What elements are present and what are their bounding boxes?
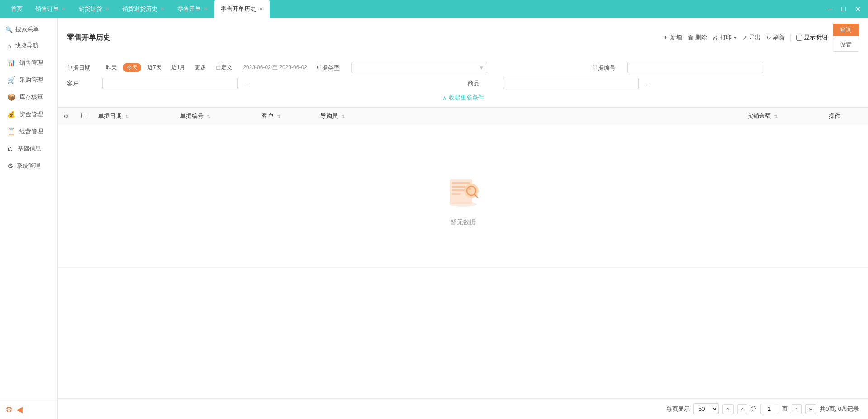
prev-page-btn[interactable]: ‹ [737, 404, 747, 414]
tab-return[interactable]: 销货退货 ✕ [72, 0, 116, 18]
collapse-sidebar-icon[interactable]: ◀ [16, 405, 23, 414]
page-size-select[interactable]: 50 100 200 [693, 403, 719, 414]
customer-input[interactable] [102, 78, 238, 89]
inventory-icon: 📦 [7, 93, 16, 101]
close-tab-return[interactable]: ✕ [105, 6, 109, 12]
page-number-input[interactable] [760, 404, 778, 414]
th-amount[interactable]: 实销金额 ⇅ [742, 108, 824, 125]
th-date[interactable]: 单据日期 ⇅ [93, 108, 175, 125]
home-icon: ⌂ [7, 42, 11, 50]
th-amount-label: 实销金额 [747, 113, 771, 119]
display-detail-input[interactable] [796, 35, 802, 41]
add-button[interactable]: ＋ 新增 [663, 33, 682, 42]
date-7days[interactable]: 近7天 [144, 63, 165, 72]
business-icon: 📋 [7, 127, 16, 136]
sidebar-search[interactable]: 🔍 搜索采单 [0, 22, 57, 37]
collapse-row[interactable]: ∧ 收起更多条件 [67, 94, 859, 102]
close-tab-sales-order[interactable]: ✕ [62, 6, 66, 12]
delete-button[interactable]: 🗑 删除 [688, 33, 707, 42]
page-label: 页 [782, 405, 788, 413]
last-page-btn[interactable]: » [805, 404, 816, 414]
page-label-pre: 第 [751, 405, 757, 413]
product-ellipsis[interactable]: ... [646, 80, 651, 87]
sort-customer-icon: ⇅ [277, 114, 280, 119]
close-btn[interactable]: ✕ [852, 5, 863, 14]
close-tab-return-history[interactable]: ✕ [160, 6, 165, 12]
number-label: 单据编号 [592, 64, 624, 72]
filter-col-product: 商品 ... [468, 78, 859, 89]
tab-return-history[interactable]: 销货退货历史 ✕ [116, 0, 171, 18]
sidebar-item-basic-info[interactable]: 🗂 基础信息 [0, 140, 57, 157]
sidebar-item-quick-nav[interactable]: ⌂ 快捷导航 [0, 37, 57, 54]
refresh-button[interactable]: ↻ 刷新 [766, 33, 785, 42]
th-salesperson-label: 导购员 [320, 113, 338, 119]
collapse-label: 收起更多条件 [449, 94, 484, 102]
tab-home[interactable]: 首页 [5, 0, 29, 18]
display-detail-checkbox[interactable]: 显示明细 [796, 33, 827, 42]
empty-illustration [441, 166, 486, 211]
refresh-icon: ↻ [766, 34, 771, 41]
product-input[interactable] [503, 78, 639, 89]
print-button[interactable]: 🖨 打印 ▾ [712, 33, 737, 42]
customer-ellipsis[interactable]: ... [245, 80, 250, 87]
sidebar-item-business[interactable]: 📋 经营管理 [0, 123, 57, 140]
th-action: 操作 [823, 108, 868, 125]
svg-rect-5 [452, 193, 461, 195]
query-button[interactable]: 查询 [833, 24, 859, 36]
tab-retail-open[interactable]: 零售开单 ✕ [171, 0, 214, 18]
th-customer[interactable]: 客户 ⇅ [256, 108, 314, 125]
sidebar-item-system[interactable]: ⚙ 系统管理 [0, 157, 57, 174]
sidebar-item-label: 系统管理 [17, 162, 40, 170]
date-today[interactable]: 今天 [123, 63, 141, 72]
basic-info-icon: 🗂 [7, 145, 14, 153]
sidebar-item-inventory[interactable]: 📦 库存核算 [0, 89, 57, 106]
first-page-btn[interactable]: « [722, 404, 734, 414]
filter-col-date: 单据日期 昨天 今天 近7天 近1月 更多 自定义 2023-06-02 至 2… [67, 63, 307, 72]
sidebar-item-purchase[interactable]: 🛒 采购管理 [0, 71, 57, 89]
sidebar-item-label: 快捷导航 [15, 42, 38, 50]
main-layout: 🔍 搜索采单 ⌂ 快捷导航 📊 销售管理 🛒 采购管理 📦 库存核算 💰 资金管… [0, 18, 868, 419]
per-page-label: 每页显示 [666, 405, 690, 413]
settings-bottom-icon[interactable]: ⚙ [5, 405, 13, 414]
close-tab-retail-history[interactable]: ✕ [259, 6, 263, 12]
number-input[interactable] [627, 62, 763, 73]
date-btn-group: 昨天 今天 近7天 近1月 更多 自定义 [102, 63, 236, 72]
date-more[interactable]: 更多 [191, 63, 209, 72]
select-all-checkbox[interactable] [81, 113, 87, 118]
sidebar-item-sales[interactable]: 📊 销售管理 [0, 54, 57, 71]
settings-button[interactable]: 设置 [833, 38, 859, 52]
type-select[interactable]: ▾ [351, 62, 487, 73]
th-gear[interactable]: ⚙ [58, 108, 76, 125]
minimize-btn[interactable]: ─ [825, 5, 835, 13]
finance-icon: 💰 [7, 110, 16, 118]
th-number[interactable]: 单据编号 ⇅ [175, 108, 256, 125]
th-date-label: 单据日期 [98, 113, 122, 119]
date-label: 单据日期 [67, 64, 99, 72]
date-1month[interactable]: 近1月 [168, 63, 189, 72]
export-button[interactable]: ↗ 导出 [742, 33, 761, 42]
date-custom[interactable]: 自定义 [212, 63, 236, 72]
next-page-btn[interactable]: › [792, 404, 802, 414]
date-range-display: 2023-06-02 至 2023-06-02 [243, 64, 307, 71]
th-spacer [385, 108, 742, 125]
date-yesterday[interactable]: 昨天 [102, 63, 120, 72]
tab-retail-history[interactable]: 零售开单历史 ✕ [214, 0, 270, 18]
sidebar-bottom: ⚙ ◀ [0, 400, 57, 419]
gear-icon: ⚙ [63, 113, 69, 120]
customer-label: 客户 [67, 80, 99, 88]
th-action-label: 操作 [829, 113, 840, 119]
tab-sales-order[interactable]: 销售订单 ✕ [29, 0, 72, 18]
maximize-btn[interactable]: □ [839, 5, 849, 13]
sidebar-item-label: 基础信息 [18, 145, 41, 153]
close-tab-retail-open[interactable]: ✕ [204, 6, 208, 12]
product-label: 商品 [468, 80, 499, 88]
sidebar-search-label: 搜索采单 [15, 25, 39, 33]
th-check[interactable] [76, 108, 93, 125]
svg-rect-2 [452, 182, 470, 184]
sidebar-item-finance[interactable]: 💰 资金管理 [0, 106, 57, 123]
sort-amount-icon: ⇅ [774, 114, 778, 119]
table-container: ⚙ 单据日期 ⇅ 单据编号 ⇅ [58, 108, 868, 398]
table-header: ⚙ 单据日期 ⇅ 单据编号 ⇅ [58, 108, 868, 125]
th-salesperson[interactable]: 导购员 ⇅ [315, 108, 385, 125]
sidebar: 🔍 搜索采单 ⌂ 快捷导航 📊 销售管理 🛒 采购管理 📦 库存核算 💰 资金管… [0, 18, 58, 419]
